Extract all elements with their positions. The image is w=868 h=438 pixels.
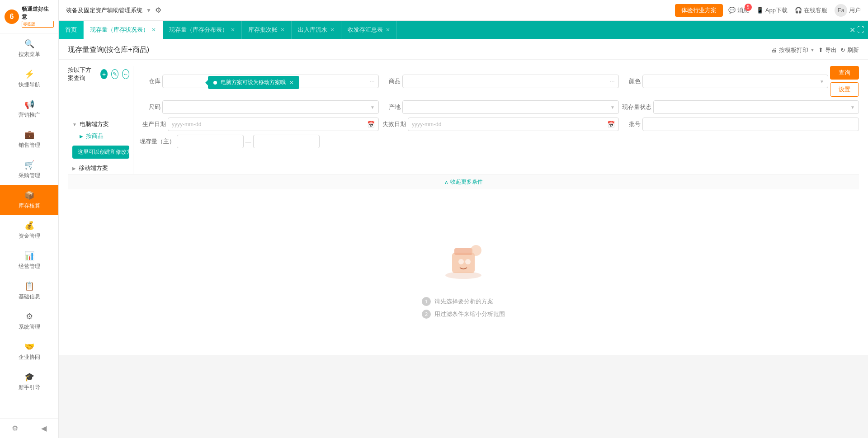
tooltip-dot-indicator bbox=[213, 81, 217, 85]
sidebar-item-search[interactable]: 🔍 搜索菜单 bbox=[0, 33, 58, 64]
scheme-panel: 按以下方案查询 + ✎ ← 电脑方案可设为移动方案哦 ✕ bbox=[68, 66, 133, 174]
tab-close-inventory-dist[interactable]: ✕ bbox=[231, 27, 235, 33]
operation-icon: 📊 bbox=[24, 251, 34, 261]
svg-rect-2 bbox=[454, 248, 472, 255]
size-select[interactable]: ▼ bbox=[162, 100, 379, 114]
empty-svg-icon bbox=[436, 232, 491, 287]
page-header: 现存量查询(按仓库+商品) 🖨 按模板打印 ▼ ⬆ 导出 ↻ 刷新 bbox=[59, 39, 868, 60]
stock-main-to-input[interactable] bbox=[253, 135, 320, 148]
export-btn[interactable]: ⬆ 导出 bbox=[818, 46, 837, 54]
sidebar-item-basic[interactable]: 📋 基础信息 bbox=[0, 276, 58, 306]
empty-step-2: 2 用过滤条件来缩小分析范围 bbox=[422, 310, 505, 319]
produce-date-input[interactable]: yyyy-mm-dd 📅 bbox=[168, 118, 379, 131]
tab-close-flow[interactable]: ✕ bbox=[330, 27, 335, 33]
stock-status-select[interactable]: ▼ bbox=[653, 100, 859, 114]
sidebar-item-finance[interactable]: 💰 资金管理 bbox=[0, 215, 58, 245]
search-btn[interactable]: 查询 bbox=[830, 66, 859, 80]
export-icon: ⬆ bbox=[818, 47, 823, 53]
pc-scheme-items: ▶ 按商品 bbox=[72, 130, 129, 142]
topbar-app-download[interactable]: 📱 App下载 bbox=[756, 6, 788, 14]
print-btn[interactable]: 🖨 按模板打印 ▼ bbox=[771, 46, 815, 54]
expire-date-input[interactable]: yyyy-mm-dd 📅 bbox=[408, 118, 619, 131]
empty-state: 1 请先选择要分析的方案 2 用过滤条件来缩小分析范围 bbox=[59, 196, 868, 355]
sidebar-item-guide[interactable]: 🎓 新手引导 bbox=[0, 367, 58, 397]
stock-main-from-input[interactable] bbox=[177, 135, 244, 148]
stock-status-dropdown-arrow: ▼ bbox=[850, 105, 855, 110]
pc-tree-arrow: ▼ bbox=[72, 122, 77, 127]
scheme-tooltip-close[interactable]: ✕ bbox=[289, 80, 294, 86]
refresh-btn[interactable]: ↻ 刷新 bbox=[840, 46, 859, 54]
tabbar: 首页 现存量（库存状况表） ✕ 现存量（库存分布表） ✕ 库存批次账 ✕ 出入库… bbox=[59, 21, 868, 39]
origin-select[interactable]: ▼ bbox=[402, 100, 619, 114]
edit-scheme-btn[interactable]: ✎ bbox=[111, 69, 118, 79]
add-scheme-btn[interactable]: + bbox=[100, 69, 108, 79]
tab-close-batch-account[interactable]: ✕ bbox=[280, 27, 285, 33]
tab-flow[interactable]: 出入库流水 ✕ bbox=[292, 21, 341, 39]
sidebar-item-purchase[interactable]: 🛒 采购管理 bbox=[0, 155, 58, 185]
scheme-item-goods[interactable]: ▶ 按商品 bbox=[80, 130, 129, 142]
stock-status-label: 现存量状态 bbox=[619, 103, 651, 111]
app-dropdown-arrow[interactable]: ▼ bbox=[146, 7, 151, 14]
purchase-icon: 🛒 bbox=[24, 160, 34, 170]
tab-close-summary[interactable]: ✕ bbox=[386, 27, 390, 33]
tabbar-close-all-btn[interactable]: ✕ bbox=[849, 26, 855, 34]
logo-icon: 6 bbox=[5, 9, 19, 24]
sidebar-settings-icon[interactable]: ⚙ bbox=[12, 424, 18, 433]
sales-icon: 💼 bbox=[24, 130, 34, 140]
filter-top-controls: 按以下方案查询 + ✎ ← bbox=[68, 66, 129, 82]
scheme-tooltip: 电脑方案可设为移动方案哦 ✕ bbox=[208, 76, 299, 89]
reset-btn[interactable]: 设置 bbox=[830, 82, 859, 97]
sidebar-item-sales[interactable]: 💼 销售管理 bbox=[0, 124, 58, 155]
origin-label: 产地 bbox=[379, 103, 401, 111]
color-select[interactable]: ▼ bbox=[642, 75, 828, 88]
filter-row-expire-date: 失效日期 yyyy-mm-dd 📅 bbox=[379, 118, 619, 131]
goods-label: 商品 bbox=[379, 77, 401, 85]
back-btn[interactable]: ← bbox=[122, 69, 129, 79]
sidebar-item-marketing[interactable]: 📢 营销推广 bbox=[0, 94, 58, 124]
sidebar-item-inventory[interactable]: 📦 库存核算 bbox=[0, 185, 58, 215]
tab-inventory-dist[interactable]: 现存量（库存分布表） ✕ bbox=[163, 21, 242, 39]
goods-input[interactable]: ··· bbox=[402, 75, 619, 88]
collapse-more-bar[interactable]: ∧ 收起更多条件 bbox=[68, 174, 859, 189]
page-title: 现存量查询(按仓库+商品) bbox=[68, 45, 149, 55]
tabbar-actions: ✕ ⛶ bbox=[846, 21, 868, 39]
app-name-area: 装备及固定资产辅助管理系统 ▼ ⚙ bbox=[66, 6, 670, 14]
filter-row-origin: 产地 ▼ bbox=[379, 100, 619, 114]
message-badge: 9 bbox=[745, 4, 752, 11]
trial-btn[interactable]: 体验行业方案 bbox=[675, 4, 723, 17]
user-avatar: Ea bbox=[835, 4, 847, 17]
scheme-tree-pc[interactable]: ▼ 电脑端方案 bbox=[72, 118, 129, 130]
tab-close-inventory-status[interactable]: ✕ bbox=[151, 27, 156, 33]
enterprise-icon: 🤝 bbox=[24, 342, 34, 352]
topbar-online-support[interactable]: 🎧 在线客服 bbox=[795, 6, 827, 14]
print-dropdown-arrow: ▼ bbox=[810, 47, 815, 52]
phone-icon: 📱 bbox=[756, 7, 764, 14]
scheme-edit-tooltip: 这里可以创建和修改方案哦 ✕ bbox=[72, 146, 129, 159]
tab-summary[interactable]: 收发存汇总表 ✕ bbox=[341, 21, 397, 39]
scheme-tree-mobile[interactable]: ▶ 移动端方案 bbox=[72, 162, 129, 174]
page-actions: 🖨 按模板打印 ▼ ⬆ 导出 ↻ 刷新 bbox=[771, 46, 859, 54]
logo-text: 畅通道好生意 标签版 bbox=[22, 5, 54, 28]
sidebar-collapse-icon[interactable]: ◀ bbox=[41, 424, 47, 433]
expire-date-label: 失效日期 bbox=[379, 120, 406, 128]
tab-inventory-status[interactable]: 现存量（库存状况表） ✕ bbox=[84, 21, 163, 39]
filter-area: 按以下方案查询 + ✎ ← 电脑方案可设为移动方案哦 ✕ bbox=[59, 60, 868, 196]
system-icon: ⚙ bbox=[26, 311, 33, 321]
sidebar-item-operation[interactable]: 📊 经营管理 bbox=[0, 245, 58, 276]
sidebar-item-quick-nav[interactable]: ⚡ 快捷导航 bbox=[0, 64, 58, 94]
sidebar-item-system[interactable]: ⚙ 系统管理 bbox=[0, 306, 58, 336]
batch-input[interactable] bbox=[642, 118, 859, 131]
topbar-user[interactable]: Ea 用户 bbox=[835, 4, 861, 17]
produce-date-calendar-icon: 📅 bbox=[367, 121, 375, 128]
step-1-num: 1 bbox=[422, 297, 431, 306]
scheme-edit-tooltip-close[interactable]: ✕ bbox=[146, 149, 151, 155]
tab-home[interactable]: 首页 bbox=[59, 21, 84, 39]
topbar-settings-icon[interactable]: ⚙ bbox=[155, 6, 161, 14]
topbar-message[interactable]: 💬 消息 9 bbox=[728, 6, 749, 14]
step-2-num: 2 bbox=[422, 310, 431, 319]
tab-batch-account[interactable]: 库存批次账 ✕ bbox=[242, 21, 292, 39]
collapse-arrow-up: ∧ bbox=[444, 179, 448, 185]
tabbar-expand-btn[interactable]: ⛶ bbox=[857, 26, 864, 34]
content-inner: 现存量查询(按仓库+商品) 🖨 按模板打印 ▼ ⬆ 导出 ↻ 刷新 bbox=[59, 39, 868, 355]
sidebar-item-enterprise[interactable]: 🤝 企业协同 bbox=[0, 336, 58, 367]
